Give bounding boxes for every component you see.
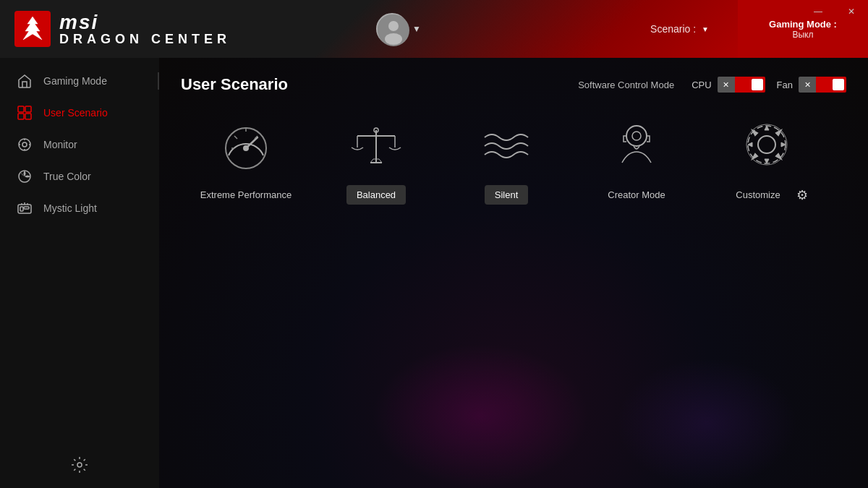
true-color-nav-label: True Color — [43, 171, 91, 182]
user-avatar — [376, 13, 408, 45]
svg-rect-4 — [18, 106, 24, 112]
svg-point-18 — [77, 463, 82, 467]
monitor-nav-label: Monitor — [43, 139, 77, 150]
msi-dragon-icon — [14, 11, 51, 47]
header: msi DRAGON CENTER ▼ Scenario : ▼ Gaming … — [0, 0, 868, 58]
fan-toggle-body — [816, 77, 846, 93]
scenario-extreme[interactable]: Extreme Performance — [188, 116, 304, 205]
close-button[interactable]: ✕ — [835, 0, 868, 23]
svg-rect-5 — [25, 106, 31, 112]
svg-point-27 — [626, 126, 647, 146]
scenarios-container: Extreme Performance — [181, 116, 846, 205]
creator-label: Creator Mode — [597, 185, 675, 205]
true-color-icon — [14, 166, 35, 187]
balanced-label: Balanced — [346, 185, 406, 205]
svg-point-8 — [19, 139, 30, 150]
svg-rect-6 — [18, 114, 24, 119]
minimize-button[interactable]: — — [801, 0, 835, 23]
svg-point-29 — [758, 136, 775, 153]
scenario-balanced[interactable]: Balanced — [318, 116, 434, 205]
home-icon — [14, 71, 35, 91]
software-control-label: Software Control Mode — [578, 80, 674, 90]
customize-name-row: Customize ⚙ — [726, 185, 807, 205]
sidebar-item-monitor[interactable]: Monitor — [0, 129, 159, 160]
monitor-icon — [14, 134, 35, 155]
svg-point-2 — [388, 21, 399, 31]
mystic-light-icon — [14, 198, 35, 218]
user-scenario-nav-label: User Scenario — [43, 107, 108, 119]
svg-point-3 — [385, 33, 402, 45]
cpu-toggle-label: CPU — [692, 80, 711, 90]
scales-icon — [347, 116, 405, 174]
sidebar-item-gaming-mode[interactable]: Gaming Mode — [0, 65, 159, 97]
sidebar-item-mystic-light[interactable]: Mystic Light — [0, 192, 159, 224]
mystic-light-nav-label: Mystic Light — [43, 202, 97, 214]
page-title: User Scenario — [181, 75, 288, 94]
cpu-toggle-switch[interactable]: ✕ — [718, 77, 765, 93]
dragon-center-text: DRAGON CENTER — [59, 33, 231, 46]
sidebar-settings[interactable] — [0, 442, 159, 488]
silent-icon — [477, 116, 535, 174]
scenario-selector[interactable]: Scenario : ▼ — [650, 23, 709, 35]
svg-rect-16 — [20, 207, 23, 211]
cpu-toggle-body — [735, 77, 765, 93]
logo-area: msi DRAGON CENTER — [0, 11, 231, 47]
sidebar-nav: Gaming Mode User Scenario — [0, 58, 159, 442]
sidebar-item-user-scenario[interactable]: User Scenario — [0, 97, 159, 129]
gear-large-icon — [738, 116, 796, 174]
fan-toggle-x: ✕ — [799, 77, 816, 93]
customize-label: Customize — [726, 185, 790, 205]
grid-icon — [14, 103, 35, 123]
gaming-mode-nav-label: Gaming Mode — [43, 75, 107, 87]
creator-icon — [608, 116, 665, 174]
controls-group: Software Control Mode CPU ✕ Fan — [578, 77, 846, 93]
waves-icon — [477, 116, 535, 174]
settings-icon — [71, 456, 88, 474]
silent-label: Silent — [485, 185, 529, 205]
msi-brand: msi — [59, 12, 231, 33]
scenario-creator[interactable]: Creator Mode — [579, 116, 694, 205]
avatar-icon — [378, 14, 409, 46]
scenario-silent[interactable]: Silent — [448, 116, 564, 205]
scenario-chevron-icon: ▼ — [702, 25, 709, 33]
fan-toggle-group: Fan ✕ — [777, 77, 846, 93]
cpu-fan-controls: CPU ✕ Fan ✕ — [692, 77, 846, 93]
main-content: User Scenario Software Control Mode CPU … — [159, 58, 868, 488]
cpu-toggle-group: CPU ✕ — [692, 77, 765, 93]
logo-text: msi DRAGON CENTER — [59, 12, 231, 46]
scenario-label: Scenario : — [650, 23, 696, 35]
title-bar: — ✕ — [801, 0, 868, 23]
extreme-label: Extreme Performance — [190, 185, 302, 205]
scenario-customize[interactable]: Customize ⚙ — [709, 116, 825, 205]
svg-point-28 — [632, 132, 641, 140]
sidebar-item-true-color[interactable]: True Color — [0, 160, 159, 192]
customize-icon — [738, 116, 796, 174]
content-area: User Scenario Software Control Mode CPU … — [159, 58, 868, 222]
svg-rect-7 — [25, 114, 31, 119]
customize-settings-button[interactable]: ⚙ — [796, 187, 808, 203]
svg-rect-17 — [24, 207, 29, 209]
extreme-icon — [217, 116, 275, 174]
cpu-toggle-x: ✕ — [718, 77, 735, 93]
svg-point-9 — [22, 142, 27, 147]
user-profile[interactable]: ▼ — [376, 13, 421, 45]
gaming-mode-value: Выкл — [792, 30, 813, 40]
page-header: User Scenario Software Control Mode CPU … — [181, 75, 846, 94]
person-icon — [608, 116, 665, 174]
fan-toggle-switch[interactable]: ✕ — [799, 77, 846, 93]
balanced-icon — [347, 116, 405, 174]
fan-toggle-label: Fan — [777, 80, 793, 90]
user-chevron-icon: ▼ — [412, 24, 421, 34]
sidebar: Gaming Mode User Scenario — [0, 58, 159, 488]
speedometer-icon — [217, 116, 275, 174]
